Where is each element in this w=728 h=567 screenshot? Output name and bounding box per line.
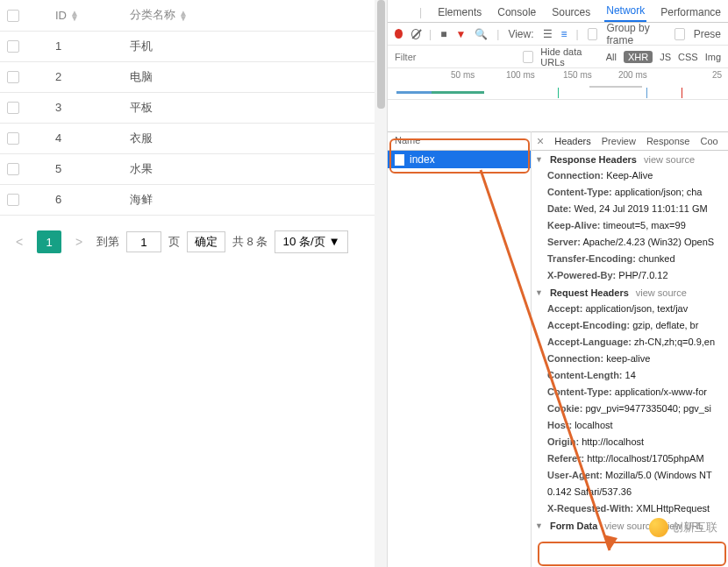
- filter-js[interactable]: JS: [660, 52, 671, 62]
- filter-icon[interactable]: ▼: [455, 28, 466, 40]
- tick-150: 150 ms: [563, 70, 592, 80]
- table-row[interactable]: 4衣服: [0, 123, 387, 153]
- next-page-button[interactable]: >: [68, 231, 89, 252]
- tab-sources[interactable]: Sources: [550, 6, 592, 22]
- camera-icon[interactable]: ■: [440, 28, 446, 40]
- filter-xhr[interactable]: XHR: [624, 51, 653, 63]
- table-row[interactable]: 2电脑: [0, 61, 387, 92]
- table-row[interactable]: 6海鲜: [0, 184, 387, 215]
- watermark: 创新互联: [649, 518, 717, 537]
- current-page[interactable]: 1: [37, 230, 61, 253]
- search-icon[interactable]: 🔍: [475, 28, 488, 40]
- overview-icon[interactable]: ≡: [561, 28, 567, 40]
- filter-img[interactable]: Img: [705, 52, 721, 62]
- header-kv: X-Requested-With: XMLHttpRequest: [532, 500, 728, 517]
- preserve-checkbox[interactable]: [674, 28, 685, 40]
- waterfall-overview[interactable]: 50 ms 100 ms 150 ms 200 ms 25: [388, 68, 728, 100]
- tick-50: 50 ms: [451, 70, 475, 80]
- tab-elements[interactable]: Elements: [436, 6, 483, 22]
- vertical-scrollbar[interactable]: [375, 0, 387, 567]
- header-kv: Cookie: pgv_pvi=9477335040; pgv_si: [532, 400, 728, 417]
- sort-icon: ▲▼: [179, 11, 188, 21]
- request-list-pane: Name index: [388, 131, 532, 567]
- filter-input[interactable]: [395, 52, 516, 62]
- header-kv: 0.142 Safari/537.36: [532, 484, 728, 500]
- tick-100: 100 ms: [506, 70, 535, 80]
- hide-urls-label: Hide data URLs: [540, 46, 598, 67]
- header-kv: Content-Type: application/json; cha: [532, 184, 728, 201]
- request-detail-pane: × Headers Preview Response Coo ▼Response…: [532, 131, 728, 567]
- header-kv: Origin: http://localhost: [532, 434, 728, 450]
- tab-cookies[interactable]: Coo: [700, 136, 717, 146]
- devtools-tabs: | Elements Console Sources Network Perfo…: [388, 0, 728, 23]
- tab-response[interactable]: Response: [646, 136, 690, 146]
- header-kv: Connection: Keep-Alive: [532, 167, 728, 184]
- header-kv: Keep-Alive: timeout=5, max=99: [532, 217, 728, 234]
- row-checkbox[interactable]: [7, 194, 19, 206]
- name-column-header[interactable]: Name: [388, 131, 531, 151]
- row-checkbox[interactable]: [7, 102, 19, 114]
- hide-urls-checkbox[interactable]: [523, 51, 533, 63]
- table-row[interactable]: 5水果: [0, 153, 387, 184]
- tick-250: 25: [712, 70, 722, 80]
- header-kv: Content-Type: application/x-www-for: [532, 384, 728, 400]
- pagination: < 1 > 到第 页 确定 共 8 条 10 条/页 ▼: [9, 230, 348, 253]
- header-kv: Server: Apache/2.4.23 (Win32) OpenS: [532, 234, 728, 251]
- prev-page-button[interactable]: <: [9, 231, 30, 252]
- tab-headers[interactable]: Headers: [554, 136, 591, 146]
- tab-network[interactable]: Network: [604, 4, 646, 22]
- col-name[interactable]: 分类名称▲▼: [123, 0, 387, 31]
- header-kv: X-Powered-By: PHP/7.0.12: [532, 267, 728, 284]
- record-button[interactable]: [395, 29, 403, 39]
- request-headers-section[interactable]: ▼Request Headersview source: [532, 284, 728, 301]
- table-row[interactable]: 3平板: [0, 92, 387, 123]
- goto-input[interactable]: [126, 231, 161, 252]
- header-kv: Referer: http://localhost/1705phpAM: [532, 450, 728, 467]
- row-checkbox[interactable]: [7, 40, 19, 53]
- sort-icon: ▲▼: [70, 11, 79, 21]
- goto-label: 到第: [96, 234, 119, 250]
- header-kv: Accept: application/json, text/jav: [532, 301, 728, 317]
- filter-row: Hide data URLs All XHR JS CSS Img: [388, 46, 728, 68]
- watermark-text: 创新互联: [672, 520, 717, 535]
- request-name: index: [410, 153, 435, 166]
- group-label: Group by frame: [606, 22, 666, 46]
- scrollbar-thumb[interactable]: [377, 0, 385, 109]
- tab-performance[interactable]: Performance: [659, 6, 723, 22]
- clear-button[interactable]: [411, 29, 420, 39]
- header-kv: Host: localhost: [532, 417, 728, 434]
- large-rows-icon[interactable]: ☰: [543, 28, 553, 40]
- file-icon: [395, 154, 404, 166]
- row-checkbox[interactable]: [7, 163, 19, 175]
- detail-tabs: × Headers Preview Response Coo: [532, 131, 728, 151]
- response-headers-section[interactable]: ▼Response Headersview source: [532, 151, 728, 167]
- goto-confirm-button[interactable]: 确定: [187, 231, 225, 252]
- preserve-label: Prese: [694, 28, 721, 40]
- close-detail-button[interactable]: ×: [537, 135, 544, 147]
- request-item-index[interactable]: index: [388, 151, 531, 168]
- row-checkbox[interactable]: [7, 71, 19, 83]
- header-kv: User-Agent: Mozilla/5.0 (Windows NT: [532, 467, 728, 484]
- header-kv: Content-Length: 14: [532, 367, 728, 384]
- tick-200: 200 ms: [618, 70, 647, 80]
- group-checkbox[interactable]: [588, 28, 598, 40]
- watermark-icon: [649, 518, 668, 537]
- perpage-select[interactable]: 10 条/页 ▼: [275, 230, 347, 253]
- col-id[interactable]: ID▲▼: [48, 0, 123, 31]
- header-kv: Transfer-Encoding: chunked: [532, 251, 728, 267]
- network-toolbar: | ■ ▼ 🔍 | View: ☰ ≡ | Group by frame Pre…: [388, 23, 728, 46]
- header-kv: Accept-Language: zh-CN,zh;q=0.9,en: [532, 334, 728, 351]
- row-checkbox[interactable]: [7, 132, 19, 145]
- header-kv: Accept-Encoding: gzip, deflate, br: [532, 317, 728, 334]
- select-all-checkbox[interactable]: [7, 10, 19, 22]
- view-label: View:: [508, 28, 533, 40]
- filter-all[interactable]: All: [606, 52, 617, 62]
- devtools-panel: | Elements Console Sources Network Perfo…: [388, 0, 728, 567]
- tab-preview[interactable]: Preview: [602, 136, 636, 146]
- total-count: 共 8 条: [232, 234, 268, 250]
- header-kv: Date: Wed, 24 Jul 2019 11:01:11 GM: [532, 201, 728, 217]
- tab-console[interactable]: Console: [496, 6, 538, 22]
- filter-css[interactable]: CSS: [678, 52, 698, 62]
- table-row[interactable]: 1手机: [0, 31, 387, 61]
- category-table: ID▲▼ 分类名称▲▼ 1手机 2电脑 3平板 4衣服 5水果 6海鲜: [0, 0, 387, 216]
